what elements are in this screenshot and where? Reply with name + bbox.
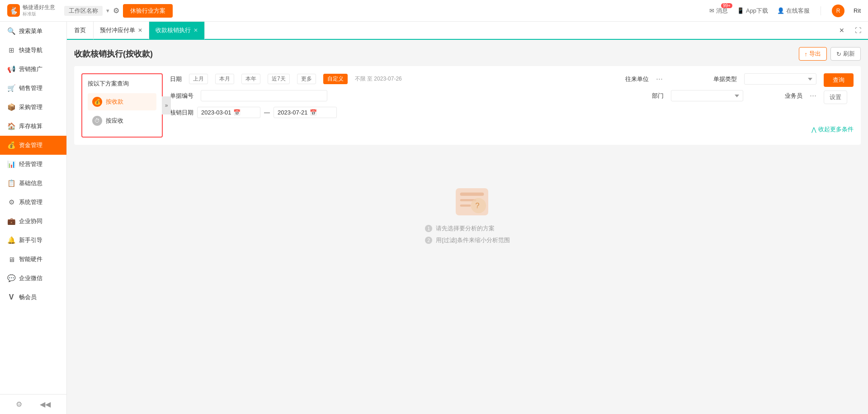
page-content: 收款核销执行(按收款) ↑ 导出 ↻ 刷新 按以下方案查询 [67, 40, 868, 414]
bill-no-input[interactable] [201, 90, 327, 101]
message-badge: 99+ [721, 3, 732, 8]
empty-image: ? [445, 172, 490, 217]
sidebar-item-hardware[interactable]: 🖥 智能硬件 [0, 250, 66, 269]
collapse-left-btn[interactable]: » [162, 96, 171, 114]
sidebar-item-collab[interactable]: 💼 企业协同 [0, 212, 66, 231]
filter-row-billno: 单据编号 部门 业务员 ··· [170, 90, 816, 101]
dept-select[interactable] [671, 90, 743, 101]
avatar[interactable]: R [832, 5, 844, 17]
tip-text-2: 用[过滤]条件来缩小分析范围 [436, 236, 509, 244]
filter-row-date: 日期 上月 本月 本年 近7天 更多 自定义 不限 至 2023-07-26 往… [170, 73, 816, 85]
staff-label: 业务员 [785, 92, 802, 100]
filter-option-receivable-label: 按应收 [106, 117, 123, 125]
tab-home[interactable]: 首页 [67, 22, 94, 39]
date-btn-this-month[interactable]: 本月 [215, 74, 234, 84]
sidebar-item-nav[interactable]: ⊞ 快捷导航 [0, 41, 66, 60]
tab-prepay-close[interactable]: ✕ [138, 27, 142, 33]
app-title: 畅捷通好生意 [23, 4, 55, 10]
sidebar-item-marketing[interactable]: 📢 营销推广 [0, 60, 66, 79]
app-edition: 标准版 [23, 11, 55, 17]
sidebar-label-ops: 经营管理 [19, 160, 42, 168]
sidebar-item-wechat[interactable]: 💬 企业微信 [0, 269, 66, 288]
app-download-label: App下载 [746, 7, 768, 15]
export-icon: ↑ [805, 51, 808, 57]
tab-bar: 首页 预付冲应付单 ✕ 收款核销执行 ✕ ✕ ⛶ [67, 22, 868, 40]
app-download-button[interactable]: 📱 App下载 [737, 7, 768, 15]
verify-date-start-value: 2023-03-01 [201, 109, 231, 116]
receipt-icon: 💰 [92, 97, 102, 107]
refresh-button[interactable]: ↻ 刷新 [830, 47, 861, 61]
hardware-icon: 🖥 [7, 256, 15, 263]
sidebar-item-sales[interactable]: 🛒 销售管理 [0, 79, 66, 98]
bill-type-select[interactable] [744, 73, 816, 85]
sidebar-label-member: 畅会员 [19, 293, 37, 301]
sidebar-label-nav: 快捷导航 [19, 46, 42, 54]
maximize-tab-btn[interactable]: ⛶ [852, 24, 864, 37]
verify-date-label: 核销日期 [170, 109, 193, 117]
tab-prepay[interactable]: 预付冲应付单 ✕ [94, 22, 149, 39]
sidebar-item-member[interactable]: V 畅会员 [0, 288, 66, 307]
sidebar-label-guide: 新手引导 [19, 236, 42, 244]
top-bar-center: 工作区名称 ▾ ⚙ 休验行业方案 [64, 4, 709, 18]
download-icon: 📱 [737, 7, 744, 14]
staff-more-icon[interactable]: ··· [810, 91, 816, 100]
filter-section: 按以下方案查询 💰 按收款 ⏱ 按应收 » [74, 66, 861, 145]
sidebar-item-basic[interactable]: 📋 基础信息 [0, 174, 66, 193]
sidebar-item-purchase[interactable]: 📦 采购管理 [0, 98, 66, 117]
online-service-button[interactable]: 👤 在线客服 [777, 7, 810, 15]
verify-date-start-input[interactable]: 2023-03-01 📅 [197, 107, 260, 118]
settings-icon[interactable]: ⚙ [113, 6, 119, 15]
sidebar-item-search[interactable]: 🔍 搜索菜单 [0, 22, 66, 41]
settings-button[interactable]: 设置 [824, 90, 847, 104]
solution-button[interactable]: 休验行业方案 [123, 4, 173, 18]
message-button[interactable]: ✉ 消息 99+ [709, 7, 728, 15]
sidebar-item-inventory[interactable]: 🏠 库存核算 [0, 117, 66, 136]
date-btn-more[interactable]: 更多 [297, 74, 316, 84]
svg-text:?: ? [475, 201, 479, 210]
purchase-icon: 📦 [7, 103, 15, 111]
counterpart-more-icon[interactable]: ··· [656, 74, 663, 84]
collapse-more-area: ⋀ 收起更多条件 [170, 125, 854, 133]
close-tab-btn[interactable]: ✕ [835, 24, 848, 37]
sidebar-item-ops[interactable]: 📊 经营管理 [0, 155, 66, 174]
sidebar-label-inventory: 库存核算 [19, 122, 42, 130]
ops-icon: 📊 [7, 160, 15, 168]
filter-right-panel: 日期 上月 本月 本年 近7天 更多 自定义 不限 至 2023-07-26 往… [170, 73, 854, 138]
chevron-down-icon[interactable]: ▾ [106, 7, 109, 14]
sidebar-label-wechat: 企业微信 [19, 274, 42, 282]
page-actions: ↑ 导出 ↻ 刷新 [799, 47, 861, 61]
collab-icon: 💼 [7, 217, 15, 225]
sidebar-item-finance[interactable]: 💰 资金管理 [0, 136, 66, 155]
filter-option-receipt-label: 按收款 [106, 98, 123, 106]
calendar-start-icon[interactable]: 📅 [233, 109, 241, 116]
receivable-icon: ⏱ [92, 116, 102, 126]
sidebar-item-system[interactable]: ⚙ 系统管理 [0, 193, 66, 212]
counterpart-label: 往来单位 [625, 75, 649, 83]
date-btn-7days[interactable]: 近7天 [268, 74, 290, 84]
tab-verify-close[interactable]: ✕ [193, 27, 198, 33]
sidebar: 🔍 搜索菜单 ⊞ 快捷导航 📢 营销推广 🛒 销售管理 📦 采购管理 🏠 库存核… [0, 22, 67, 414]
collapse-more-button[interactable]: ⋀ 收起更多条件 [811, 125, 854, 133]
tab-prepay-label: 预付冲应付单 [100, 26, 135, 34]
date-btn-this-year[interactable]: 本年 [241, 74, 260, 84]
bottom-settings-icon[interactable]: ⚙ [16, 400, 22, 409]
filter-row-verify-date: 核销日期 2023-03-01 📅 — 2023-07-21 📅 [170, 107, 816, 118]
finance-icon: 💰 [7, 141, 15, 149]
online-service-label: 在线客服 [786, 7, 810, 15]
collapse-sidebar-icon[interactable]: ◀◀ [40, 400, 51, 409]
sidebar-item-guide[interactable]: 🔔 新手引导 [0, 231, 66, 250]
filter-panel-title: 按以下方案查询 [88, 80, 156, 88]
filter-option-receivable[interactable]: ⏱ 按应收 [88, 112, 156, 129]
basic-icon: 📋 [7, 179, 15, 187]
divider [821, 6, 821, 15]
logo-icon: 🐇 [7, 4, 20, 17]
calendar-end-icon[interactable]: 📅 [310, 109, 317, 116]
date-btn-last-month[interactable]: 上月 [189, 74, 208, 84]
query-button[interactable]: 查询 [824, 73, 854, 87]
sidebar-bottom: ⚙ ◀◀ [0, 394, 66, 414]
filter-option-receipt[interactable]: 💰 按收款 [88, 93, 156, 110]
verify-date-end-input[interactable]: 2023-07-21 📅 [274, 107, 337, 118]
tab-verify[interactable]: 收款核销执行 ✕ [149, 22, 205, 39]
export-button[interactable]: ↑ 导出 [799, 47, 827, 61]
date-btn-custom[interactable]: 自定义 [323, 74, 348, 84]
